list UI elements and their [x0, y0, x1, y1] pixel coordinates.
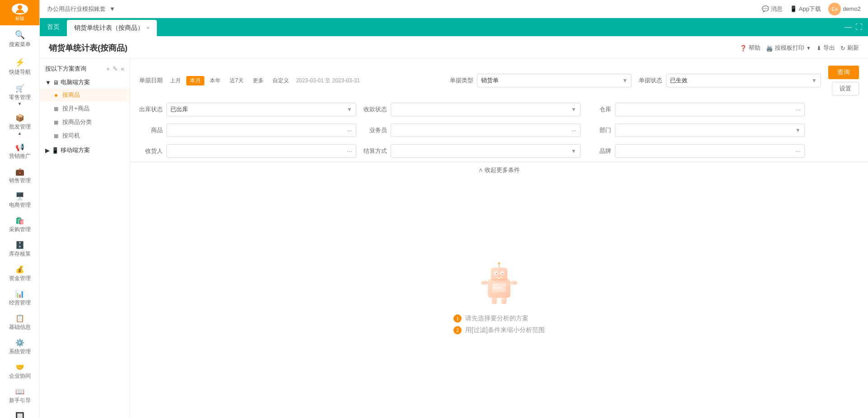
query-btn[interactable]: 查询: [828, 66, 859, 79]
help-btn[interactable]: ❓ 帮助: [740, 44, 760, 52]
sidebar-item-guide[interactable]: 📖 新手引导: [0, 384, 39, 408]
top-header: 办公用品行业模拟账套 ▼ 💬 消息 📱 App下载 Ea demo2: [40, 0, 868, 18]
pay-status-control[interactable]: ▼: [391, 103, 580, 116]
sidebar-item-basic[interactable]: 📋 基础信息: [0, 310, 39, 335]
sidebar-item-ecommerce[interactable]: 🖥️ 电商管理: [0, 188, 39, 213]
filter-row-2: 出库状态 已出库 ▼ 收款状态 ▼: [139, 103, 859, 116]
goods-control[interactable]: ···: [166, 124, 356, 137]
export-icon: ⬇: [816, 45, 821, 52]
sidebar-item-operations[interactable]: 📊 经营管理: [0, 286, 39, 310]
scheme-group-mobile: ▶ 📱 移动端方案: [40, 144, 130, 156]
sidebar-item-purchase[interactable]: 🛍️ 采购管理: [0, 213, 39, 237]
scheme-group-pc-header[interactable]: ▼ 🖥 电脑端方案: [40, 76, 130, 88]
settlement-dropdown-icon: ▼: [571, 148, 576, 154]
tab-maximize-icon[interactable]: ⛶: [855, 23, 863, 31]
user-area[interactable]: Ea demo2: [828, 3, 861, 15]
app-download-btn[interactable]: 📱 App下载: [790, 5, 821, 13]
tab-home[interactable]: 首页: [40, 18, 67, 36]
finance-icon: 💰: [15, 265, 24, 274]
pay-status-label: 收款状态: [363, 105, 391, 114]
scheme-add-btn[interactable]: +: [106, 65, 110, 72]
refresh-btn[interactable]: ↻ 刷新: [840, 44, 859, 52]
tab-minimize-icon[interactable]: —: [844, 23, 852, 31]
industry-dropdown-icon[interactable]: ▼: [109, 5, 115, 12]
tip-num-1: 1: [453, 314, 462, 323]
filter-cell-salesperson: 业务员 ···: [363, 124, 580, 137]
tab-close-btn[interactable]: ×: [146, 25, 150, 31]
filter-cell-pay-status: 收款状态 ▼: [363, 103, 580, 116]
date-label: 单据日期: [139, 76, 166, 85]
scheme-item-by-month-goods[interactable]: ▦ 按月+商品: [40, 102, 130, 115]
settings-btn[interactable]: 设置: [832, 82, 859, 95]
doc-status-dropdown-icon: ▼: [811, 77, 817, 84]
date-tab-7days[interactable]: 近7天: [226, 76, 247, 86]
header-left: 办公用品行业模拟账套 ▼: [47, 5, 115, 13]
brand-control[interactable]: ···: [615, 144, 805, 158]
sidebar-item-marketing[interactable]: 📢 营销推广: [0, 139, 39, 164]
sidebar-item-guide-label: 新手引导: [9, 397, 31, 404]
collapse-bar[interactable]: ∧ 收起更多条件: [130, 162, 868, 178]
message-icon: 💬: [762, 5, 769, 12]
receiver-dots-icon: ···: [347, 147, 352, 155]
retail-arrow: ▼: [18, 101, 22, 106]
salesperson-control[interactable]: ···: [391, 124, 580, 137]
sidebar-item-sales[interactable]: 💼 销售管理: [0, 164, 39, 188]
dept-dropdown-icon: ▼: [795, 127, 801, 133]
doc-type-control[interactable]: 销货单 ▼: [477, 74, 632, 87]
sidebar-item-corp[interactable]: 🤝 企业协同: [0, 359, 39, 384]
date-tab-this-year[interactable]: 本年: [206, 76, 224, 86]
dept-control[interactable]: ▼: [615, 124, 805, 137]
svg-rect-15: [494, 287, 501, 288]
date-tab-last-month[interactable]: 上月: [166, 76, 184, 86]
scheme-header-title: 按以下方案查询: [45, 65, 86, 73]
salesperson-label: 业务员: [363, 126, 391, 134]
svg-rect-10: [510, 280, 517, 284]
tab-active[interactable]: 销货单统计表（按商品） ×: [67, 20, 157, 36]
print-dropdown-icon[interactable]: ▼: [806, 45, 811, 51]
app-download-label: App下载: [799, 5, 821, 13]
empty-tip-1: 1 请先选择要分析的方案: [453, 314, 545, 323]
warehouse-control[interactable]: ···: [615, 103, 805, 116]
scheme-item-by-goods[interactable]: ● 按商品: [40, 88, 130, 102]
scheme-item-by-category[interactable]: ▦ 按商品分类: [40, 115, 130, 129]
sidebar-item-system[interactable]: ⚙️ 系统管理: [0, 335, 39, 359]
empty-inner: 1 请先选择要分析的方案 2 用[过滤]条件来缩小分析范围: [453, 262, 545, 334]
pay-status-dropdown-icon: ▼: [571, 106, 576, 113]
out-status-control[interactable]: 已出库 ▼: [166, 103, 356, 116]
scheme-edit-btn[interactable]: ✎: [113, 65, 118, 72]
doc-status-control[interactable]: 已生效 ▼: [666, 74, 821, 87]
sidebar-item-quicknav[interactable]: ⚡ 快捷导航: [0, 53, 39, 81]
settlement-control[interactable]: ▼: [391, 144, 580, 158]
filter-cell-dept: 部门 ▼: [588, 124, 805, 137]
search-icon: 🔍: [15, 30, 25, 40]
date-tab-this-month[interactable]: 本月: [186, 76, 204, 86]
export-btn[interactable]: ⬇ 导出: [816, 44, 835, 52]
date-tab-custom[interactable]: 自定义: [269, 76, 292, 86]
sidebar-item-search[interactable]: 🔍 搜索菜单: [0, 25, 39, 53]
sidebar-item-finance[interactable]: 💰 资金管理: [0, 261, 39, 286]
sidebar-item-system-label: 系统管理: [9, 348, 31, 356]
date-tab-more[interactable]: 更多: [249, 76, 267, 86]
scheme-group-mobile-header[interactable]: ▶ 📱 移动端方案: [40, 144, 130, 156]
svg-rect-9: [481, 280, 488, 284]
message-btn[interactable]: 💬 消息: [762, 5, 783, 13]
sidebar-item-appcenter[interactable]: 🔲 应用中心: [0, 408, 39, 418]
print-btn[interactable]: 🖨️ 按模板打印 ▼: [766, 44, 811, 52]
sidebar-item-retail[interactable]: 🛒 零售管理 ▼: [0, 81, 39, 110]
scheme-item-by-driver[interactable]: ▦ 按司机: [40, 129, 130, 142]
print-icon: 🖨️: [766, 45, 773, 52]
collapse-label: ∧ 收起更多条件: [478, 166, 520, 173]
page-body: 销货单统计表(按商品) ❓ 帮助 🖨️ 按模板打印 ▼ ⬇ 导出: [40, 36, 868, 418]
filter-section: 单据日期 上月 本月 本年 近7天 更多 自定义: [130, 58, 868, 162]
by-goods-icon: ●: [52, 91, 60, 99]
sidebar-nav: 🔍 搜索菜单 ⚡ 快捷导航 🛒 零售管理 ▼ 📦 批发管理 ▲ 📢 营销推广 💼…: [0, 25, 39, 418]
scheme-collapse-btn[interactable]: «: [121, 65, 124, 72]
receiver-control[interactable]: ···: [166, 144, 356, 158]
sidebar-item-inventory[interactable]: 🗄️ 库存核算: [0, 237, 39, 261]
query-buttons: 查询 设置: [821, 66, 859, 95]
sidebar-item-wholesale[interactable]: 📦 批发管理 ▲: [0, 110, 39, 139]
by-category-label: 按商品分类: [62, 118, 92, 126]
header-right: 💬 消息 📱 App下载 Ea demo2: [762, 3, 861, 15]
sidebar-item-wholesale-label: 批发管理: [9, 123, 31, 131]
sidebar: 标版 🔍 搜索菜单 ⚡ 快捷导航 🛒 零售管理 ▼ 📦 批发管理 ▲ 📢 营销推…: [0, 0, 40, 418]
